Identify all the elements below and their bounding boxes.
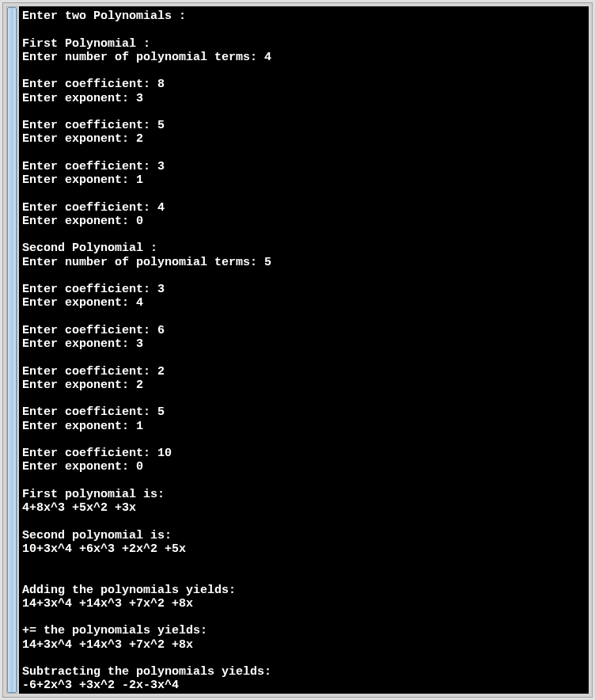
terminal-line	[22, 187, 586, 200]
terminal-line: 10+3x^4 +6x^3 +2x^2 +5x	[22, 542, 586, 556]
terminal-line: Enter exponent: 0	[22, 215, 586, 228]
terminal-line	[22, 310, 586, 324]
terminal-line	[22, 64, 586, 78]
window-frame: Enter two Polynomials : First Polynomial…	[2, 2, 593, 698]
terminal-line	[22, 611, 586, 624]
terminal-line: 14+3x^4 +14x^3 +7x^2 +8x	[22, 638, 586, 652]
terminal-line: Enter exponent: 2	[22, 379, 586, 392]
terminal-line	[22, 269, 586, 283]
terminal-line	[22, 228, 586, 242]
terminal-line: Enter coefficient: 5	[22, 119, 586, 132]
terminal-line: Adding the polynomials yields:	[22, 584, 586, 597]
terminal-line: 14+3x^4 +14x^3 +7x^2 +8x	[22, 597, 586, 611]
terminal-line	[22, 556, 586, 569]
terminal-line	[22, 474, 586, 488]
terminal-line: Enter coefficient: 3	[22, 283, 586, 296]
terminal-line: Enter exponent: 1	[22, 420, 586, 433]
terminal-line: Enter exponent: 3	[22, 337, 586, 351]
terminal-line: Subtracting the polynomials yields:	[22, 665, 586, 679]
terminal-line: Second polynomial is:	[22, 529, 586, 542]
terminal-line: Enter coefficient: 6	[22, 324, 586, 337]
terminal-line: Enter coefficient: 3	[22, 160, 586, 173]
terminal-line: Enter number of polynomial terms: 5	[22, 256, 586, 269]
terminal-output[interactable]: Enter two Polynomials : First Polynomial…	[19, 6, 589, 694]
terminal-line	[22, 392, 586, 405]
terminal-line: += the polynomials yields:	[22, 624, 586, 637]
terminal-line	[22, 146, 586, 160]
terminal-line: Enter number of polynomial terms: 4	[22, 51, 586, 64]
terminal-line	[22, 569, 586, 583]
terminal-line: Enter exponent: 2	[22, 132, 586, 146]
terminal-line: Enter coefficient: 2	[22, 365, 586, 379]
terminal-line: Enter exponent: 0	[22, 460, 586, 474]
terminal-line	[22, 433, 586, 447]
terminal-line: First polynomial is:	[22, 488, 586, 501]
scrollbar-thumb[interactable]	[7, 7, 17, 693]
terminal-line: Enter exponent: 1	[22, 173, 586, 187]
terminal-line: Second Polynomial :	[22, 242, 586, 255]
terminal-line: 4+8x^3 +5x^2 +3x	[22, 501, 586, 515]
terminal-line: Enter two Polynomials :	[22, 10, 586, 23]
terminal-line: Enter coefficient: 8	[22, 78, 586, 91]
terminal-line	[22, 652, 586, 665]
terminal-line: First Polynomial :	[22, 37, 586, 51]
terminal-line	[22, 515, 586, 528]
scrollbar-track[interactable]	[6, 6, 17, 694]
terminal-line: -6+2x^3 +3x^2 -2x-3x^4	[22, 679, 586, 692]
terminal-line: Enter coefficient: 5	[22, 405, 586, 419]
terminal-line	[22, 105, 586, 119]
terminal-line	[22, 351, 586, 364]
terminal-line	[22, 23, 586, 36]
terminal-line: Enter coefficient: 4	[22, 201, 586, 215]
terminal-line: Enter exponent: 4	[22, 296, 586, 310]
terminal-line: Enter exponent: 3	[22, 92, 586, 105]
terminal-line: Enter coefficient: 10	[22, 447, 586, 460]
